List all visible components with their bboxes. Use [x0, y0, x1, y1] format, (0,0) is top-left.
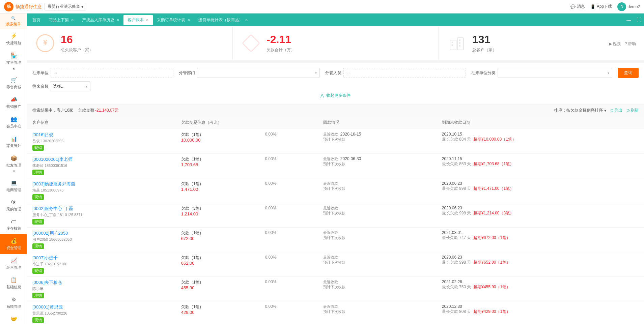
remainder-select[interactable]: 选择... ▾	[50, 81, 90, 91]
sidebar-item-batch-mgmt[interactable]: 📦 批发管理 ▾	[0, 152, 27, 176]
tab-purchase-order[interactable]: 采购订单统计表 ✕	[153, 15, 194, 25]
debt-amount[interactable]: 1,703.68	[181, 162, 252, 167]
page-content: ¥ 16 总欠款客户（家） -2.	[27, 26, 644, 324]
chevron-down-icon: ▾	[608, 71, 609, 75]
sidebar-item-inventory[interactable]: 🗃 库存核算	[0, 215, 27, 234]
table-row: [000002]用户2050 用户2050 18665062050 现销 欠款（…	[27, 228, 644, 252]
customer-name-link[interactable]: [0006]去下粮仓	[32, 279, 170, 286]
sidebar-item-purchase[interactable]: 🛍 采购管理	[0, 196, 27, 215]
tab-minimize-icon[interactable]: —	[625, 17, 633, 23]
collapse-filters-button[interactable]: ⋀ 收起更多条件	[32, 91, 639, 100]
tab-home[interactable]: 首页	[28, 17, 45, 23]
app-download-button[interactable]: 📱 App下载	[590, 4, 612, 9]
debt-amount[interactable]: 429.00	[181, 310, 252, 315]
total-customers-info: 131 总客户（家）	[472, 33, 497, 53]
debt-amount[interactable]: 1,471.00	[181, 187, 252, 192]
tab-product-offshelf[interactable]: 商品上下架 ✕	[45, 15, 78, 25]
unit-category-select[interactable]: ▾	[498, 68, 612, 78]
debt-pct: 0.00%	[265, 206, 277, 210]
debt-amount[interactable]: 672.00	[181, 236, 252, 241]
main-layout: 🔍 搜索菜单 ⚡ 快捷导航 🏪 零售管理 ▲ 🛒 零售商城 📣 营销推广 👥 会…	[0, 13, 644, 324]
tab-close-icon[interactable]: ✕	[245, 18, 248, 22]
sidebar-item-member[interactable]: 👥 会员中心	[0, 113, 27, 132]
sidebar-item-enterprise[interactable]: 🤝 企业协同	[0, 313, 27, 324]
store-selector[interactable]: 母婴行业演示账套 ▾	[45, 3, 86, 10]
customer-name-link[interactable]: [0003]畅捷服务尹海燕	[32, 181, 170, 187]
customer-name-link[interactable]: [0007]小进千	[32, 255, 170, 261]
sidebar-item-ecommerce[interactable]: 💻 电商管理	[0, 176, 27, 196]
sidebar-item-basic-info[interactable]: 📋 基础信息	[0, 273, 27, 293]
next-collection: 预计下次收款	[323, 137, 431, 142]
customer-name-link[interactable]: [0002]服务中心_丁磊	[32, 206, 170, 212]
sidebar-item-quick-nav[interactable]: ⚡ 快捷导航	[0, 29, 27, 49]
overdue-amount-link[interactable]: 超期¥1,471.00（1笔）	[473, 186, 514, 191]
tab-close-icon[interactable]: ✕	[116, 18, 119, 22]
next-collection: 预计下次收款	[323, 235, 431, 240]
remainder-label: 往来余额	[32, 84, 49, 89]
collection-cell: 最近收款 预计下次收款	[318, 252, 437, 277]
export-button[interactable]: ⊙ 导出	[610, 108, 622, 113]
debt-pct-cell: 0.00%	[257, 203, 318, 228]
overdue-info: 最长欠款 998 天 超期¥1,471.00（1笔）	[442, 186, 639, 192]
debt-pct: 0.00%	[265, 255, 277, 260]
th-debt-info: 欠款交易信息（占比）	[176, 116, 318, 129]
avatar: D	[617, 2, 626, 11]
tab-close-icon[interactable]: ✕	[187, 18, 190, 22]
last-collection: 最近收款 2020-06-30	[323, 156, 431, 161]
customer-name-link[interactable]: [0001020001]李老师	[32, 156, 170, 163]
search-button[interactable]: 查询	[618, 68, 639, 78]
svg-rect-4	[457, 38, 464, 50]
due-date: 2020.10.15	[442, 132, 639, 137]
debt-customers-label: 总欠款客户（家）	[61, 47, 93, 53]
refresh-button[interactable]: ⊙ 刷新	[626, 108, 639, 113]
sidebar-item-system-mgmt[interactable]: ⚙ 系统管理	[0, 293, 27, 313]
debt-amount[interactable]: 652.00	[181, 261, 252, 266]
search-icon: 🔍	[11, 16, 16, 21]
overdue-amount-link[interactable]: 超期¥672.00（1笔）	[473, 235, 510, 240]
sidebar-item-retail-mgmt[interactable]: 🏪 零售管理 ▲	[0, 49, 27, 73]
overdue-amount-link[interactable]: 超期¥10,000.00（1笔）	[473, 137, 516, 142]
tab-close-icon[interactable]: ✕	[146, 18, 149, 22]
tab-customer-account[interactable]: 客户账本 ✕	[123, 15, 153, 25]
overdue-amount-link[interactable]: 超期¥455.90（1笔）	[473, 285, 510, 289]
tab-inbound-stat[interactable]: 进货单统计表（按商品） ✕	[194, 15, 252, 25]
debt-amount[interactable]: 1,214.00	[181, 211, 252, 216]
customer-name-link[interactable]: [0016]吕俊	[32, 132, 170, 138]
collection-cell: 最近收款 预计下次收款	[318, 203, 437, 228]
total-customers-icon	[447, 33, 467, 53]
sidebar-item-marketing[interactable]: 📣 营销推广	[0, 93, 27, 113]
th-due-date: 到期未收款日期	[437, 116, 644, 129]
person-input[interactable]: ···	[343, 68, 466, 78]
video-button[interactable]: ▶ 视频	[609, 41, 621, 47]
customer-name-link[interactable]: [000001]黄思源	[32, 304, 170, 310]
tab-maximize-icon[interactable]: ⛶	[635, 17, 643, 23]
sidebar-item-business-mgmt[interactable]: 📈 经营管理	[0, 254, 27, 273]
top-bar-left: 畅 畅捷通好生意 母婴行业演示账套 ▾	[4, 2, 86, 11]
help-button[interactable]: ? 帮助	[625, 41, 636, 47]
sort-select[interactable]: 排序：按欠款金额倒序排序 ▾	[554, 108, 606, 113]
unit-input[interactable]: ···	[51, 68, 173, 78]
overdue-amount-link[interactable]: 超期¥1,214.00（3笔）	[473, 211, 514, 215]
debt-amount[interactable]: 455.90	[181, 285, 252, 290]
search-menu-button[interactable]: 🔍 搜索菜单	[0, 13, 27, 29]
tab-close-icon[interactable]: ✕	[71, 18, 74, 22]
last-collection: 最近收款	[323, 304, 431, 309]
sidebar-item-finance[interactable]: 💰 资金管理	[0, 234, 27, 254]
message-button[interactable]: 💬 消息	[570, 4, 585, 9]
overdue-info: 最长欠款 853 天 超期¥1,703.68（1笔）	[442, 161, 639, 167]
tab-product-inbound[interactable]: 产成品入库单历史 ✕	[78, 15, 123, 25]
sidebar-item-retail-store[interactable]: 🛒 零售商城	[0, 73, 27, 93]
customer-name-link[interactable]: [000002]用户2050	[32, 230, 170, 236]
debt-amount[interactable]: 10,000.00	[181, 138, 252, 143]
purchase-icon: 🛍	[11, 199, 17, 205]
message-icon: 💬	[570, 4, 576, 9]
overdue-amount-link[interactable]: 超期¥1,703.68（1笔）	[473, 161, 514, 166]
overdue-amount-link[interactable]: 超期¥429.00（1笔）	[473, 309, 510, 314]
member-icon: 👥	[10, 116, 17, 122]
sidebar-item-retail-stat[interactable]: 📊 零售统计	[0, 132, 27, 152]
dept-select[interactable]: ▾	[197, 68, 320, 78]
chevron-down-icon: ▾	[315, 71, 317, 75]
overdue-amount-link[interactable]: 超期¥652.00（1笔）	[473, 260, 510, 265]
user-profile[interactable]: D demo2	[617, 2, 640, 11]
svg-rect-8	[459, 42, 460, 44]
